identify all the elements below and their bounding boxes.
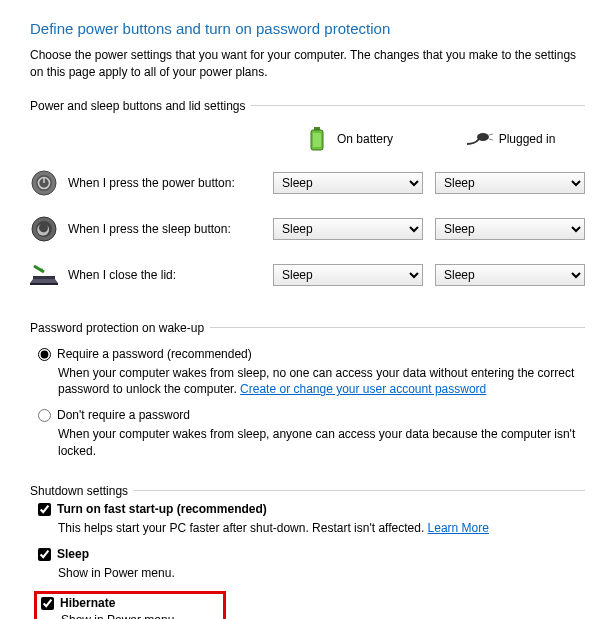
lid-close-icon bbox=[30, 261, 58, 289]
sleep-checkbox[interactable] bbox=[38, 548, 51, 561]
hibernate-highlight: Hibernate Show in Power menu. bbox=[34, 591, 226, 619]
page-description: Choose the power settings that you want … bbox=[30, 47, 585, 81]
column-plugged-label: Plugged in bbox=[499, 132, 556, 146]
power-buttons-group: Power and sleep buttons and lid settings… bbox=[30, 99, 585, 307]
password-protection-group: Password protection on wake-up Require a… bbox=[30, 321, 585, 470]
power-button-label: When I press the power button: bbox=[68, 176, 235, 190]
power-button-icon bbox=[30, 169, 58, 197]
page-title: Define power buttons and turn on passwor… bbox=[30, 20, 585, 37]
fast-startup-checkbox[interactable] bbox=[38, 503, 51, 516]
hibernate-checkbox[interactable] bbox=[41, 597, 54, 610]
column-battery: On battery bbox=[273, 125, 423, 153]
battery-icon bbox=[303, 125, 331, 153]
sleep-button-label: When I press the sleep button: bbox=[68, 222, 231, 236]
sleep-desc: Show in Power menu. bbox=[58, 565, 585, 582]
no-password-desc: When your computer wakes from sleep, any… bbox=[58, 426, 585, 460]
no-password-label: Don't require a password bbox=[57, 408, 190, 422]
hibernate-desc: Show in Power menu. bbox=[61, 612, 217, 619]
svg-marker-13 bbox=[30, 279, 58, 283]
require-password-desc: When your computer wakes from sleep, no … bbox=[58, 365, 585, 399]
no-password-radio[interactable] bbox=[38, 409, 51, 422]
sleep-button-icon bbox=[30, 215, 58, 243]
power-button-battery-select[interactable]: Sleep bbox=[273, 172, 423, 194]
shutdown-settings-group: Shutdown settings Turn on fast start-up … bbox=[30, 484, 585, 619]
lid-close-plugged-select[interactable]: Sleep bbox=[435, 264, 585, 286]
column-battery-label: On battery bbox=[337, 132, 393, 146]
group-legend: Power and sleep buttons and lid settings bbox=[30, 99, 251, 113]
power-button-plugged-select[interactable]: Sleep bbox=[435, 172, 585, 194]
lid-close-label: When I close the lid: bbox=[68, 268, 176, 282]
svg-line-4 bbox=[489, 134, 493, 135]
svg-rect-2 bbox=[313, 133, 321, 147]
hibernate-label: Hibernate bbox=[60, 596, 115, 610]
lid-close-battery-select[interactable]: Sleep bbox=[273, 264, 423, 286]
group-legend: Password protection on wake-up bbox=[30, 321, 210, 335]
column-plugged: Plugged in bbox=[435, 125, 585, 153]
fast-startup-label: Turn on fast start-up (recommended) bbox=[57, 502, 267, 516]
svg-rect-14 bbox=[30, 283, 58, 285]
account-password-link[interactable]: Create or change your user account passw… bbox=[240, 382, 486, 396]
sleep-button-battery-select[interactable]: Sleep bbox=[273, 218, 423, 240]
sleep-label: Sleep bbox=[57, 547, 89, 561]
group-legend: Shutdown settings bbox=[30, 484, 134, 498]
plug-icon bbox=[465, 125, 493, 153]
svg-rect-12 bbox=[33, 276, 55, 279]
fast-startup-desc: This helps start your PC faster after sh… bbox=[58, 520, 585, 537]
svg-line-5 bbox=[489, 139, 493, 140]
require-password-label: Require a password (recommended) bbox=[57, 347, 252, 361]
sleep-button-plugged-select[interactable]: Sleep bbox=[435, 218, 585, 240]
learn-more-link[interactable]: Learn More bbox=[428, 521, 489, 535]
svg-point-3 bbox=[477, 133, 489, 141]
require-password-radio[interactable] bbox=[38, 348, 51, 361]
